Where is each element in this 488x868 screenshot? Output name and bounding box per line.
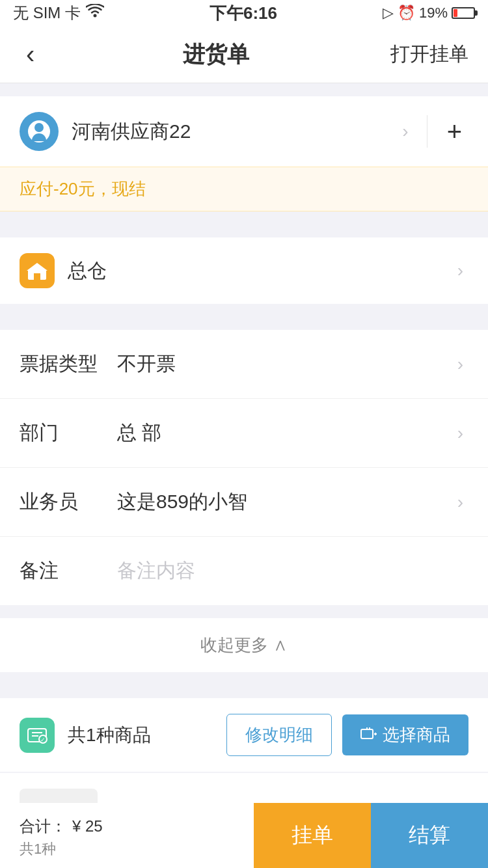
department-value: 总 部 xyxy=(117,420,457,446)
total-value: ¥ 25 xyxy=(72,817,103,835)
supplier-chevron-icon: › xyxy=(402,121,408,142)
select-product-label: 选择商品 xyxy=(383,724,450,746)
invoice-type-chevron-icon: › xyxy=(457,354,463,375)
battery-icon xyxy=(452,7,475,19)
gap-1 xyxy=(0,83,488,96)
supplier-section[interactable]: 河南供应商22 › + xyxy=(0,96,488,167)
invoice-type-value: 不开票 xyxy=(117,351,457,377)
wifi-icon xyxy=(86,4,104,22)
settle-button[interactable]: 结算 xyxy=(371,803,488,868)
avatar-inner xyxy=(28,120,50,142)
open-pending-button[interactable]: 打开挂单 xyxy=(390,41,468,68)
salesman-label: 业务员 xyxy=(20,489,98,515)
status-time: 下午6:16 xyxy=(210,2,277,25)
gap-2 xyxy=(0,211,488,224)
product-count-icon: ✓ xyxy=(20,718,55,753)
location-icon: ▷ xyxy=(383,5,394,21)
remark-value: 备注内容 xyxy=(117,558,468,584)
pending-button[interactable]: 挂单 xyxy=(254,803,371,868)
edit-detail-button[interactable]: 修改明细 xyxy=(226,714,332,756)
gap-4 xyxy=(0,672,488,685)
add-supplier-button[interactable]: + xyxy=(441,115,468,149)
salesman-chevron-icon: › xyxy=(457,492,463,513)
back-button[interactable]: ‹ xyxy=(20,33,41,75)
total-count: 共1种 xyxy=(20,839,234,859)
product-header: ✓ 共1种商品 修改明细 选择商品 xyxy=(0,698,488,772)
salesman-row[interactable]: 业务员 这是859的小智 › xyxy=(0,468,488,537)
collapse-button[interactable]: 收起更多 ∧ xyxy=(0,618,488,672)
product-count-text: 共1种商品 xyxy=(68,723,226,748)
remark-label: 备注 xyxy=(20,558,98,584)
remark-row[interactable]: 备注 备注内容 xyxy=(0,537,488,605)
invoice-type-label: 票据类型 xyxy=(20,351,98,377)
supplier-avatar xyxy=(20,112,59,151)
supplier-divider xyxy=(427,115,427,148)
total-amount: 合计： ¥ 25 xyxy=(20,813,234,837)
total-section: 合计： ¥ 25 共1种 xyxy=(0,803,254,868)
total-label: 合计： xyxy=(20,817,66,835)
select-product-button[interactable]: 选择商品 xyxy=(342,714,468,755)
warehouse-icon xyxy=(20,253,55,288)
department-label: 部门 xyxy=(20,420,98,446)
svg-rect-3 xyxy=(34,273,40,280)
salesman-value: 这是859的小智 xyxy=(117,489,457,515)
alarm-icon: ⏰ xyxy=(398,5,415,21)
invoice-type-row[interactable]: 票据类型 不开票 › xyxy=(0,330,488,399)
gap-3 xyxy=(0,304,488,317)
supplier-name: 河南供应商22 xyxy=(72,118,402,145)
warehouse-chevron-icon: › xyxy=(457,260,463,281)
status-right: ▷ ⏰ 19% xyxy=(383,5,475,21)
select-product-icon xyxy=(360,725,377,745)
carrier-text: 无 SIM 卡 xyxy=(13,3,81,23)
warehouse-name: 总仓 xyxy=(68,258,457,284)
svg-rect-9 xyxy=(361,729,373,739)
battery-percent: 19% xyxy=(419,5,448,21)
page-title: 进货单 xyxy=(183,40,249,70)
department-row[interactable]: 部门 总 部 › xyxy=(0,399,488,468)
status-bar: 无 SIM 卡 下午6:16 ▷ ⏰ 19% xyxy=(0,0,488,26)
department-chevron-icon: › xyxy=(457,423,463,444)
svg-text:✓: ✓ xyxy=(40,737,46,743)
svg-point-0 xyxy=(94,14,97,18)
notice-bar: 应付-20元，现结 xyxy=(0,167,488,211)
warehouse-section[interactable]: 总仓 › xyxy=(0,237,488,304)
svg-marker-2 xyxy=(27,263,47,271)
status-left: 无 SIM 卡 xyxy=(13,3,104,23)
nav-bar: ‹ 进货单 打开挂单 xyxy=(0,26,488,83)
form-section: 票据类型 不开票 › 部门 总 部 › 业务员 这是859的小智 › 备注 备注… xyxy=(0,330,488,605)
bottom-bar: 合计： ¥ 25 共1种 挂单 结算 xyxy=(0,803,488,868)
